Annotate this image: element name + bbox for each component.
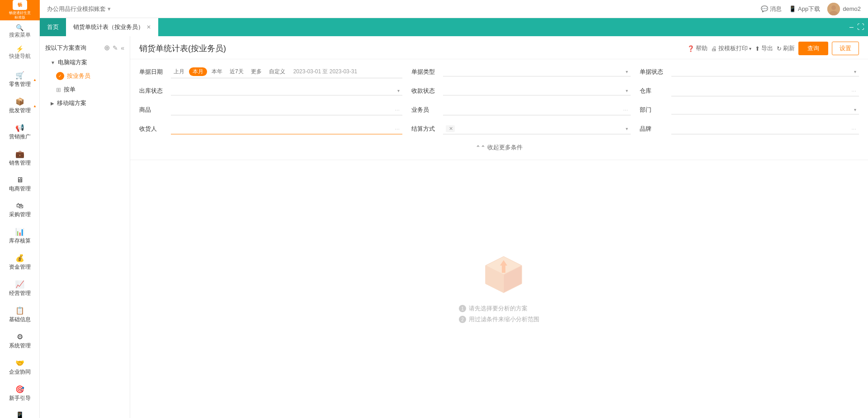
tip-num-2: 2 [459,316,466,323]
tab-maximize-icon[interactable]: ⛶ [857,23,864,31]
template-print-btn[interactable]: 🖨 按模板打印 ▾ [711,44,751,52]
refresh-btn[interactable]: ↻ 刷新 [777,44,795,52]
receiver-label: 收货人 [139,125,171,133]
grid-icon: ⊞ [56,86,61,93]
left-panel-action-icons: ⊕ ✎ « [104,43,124,52]
goods-dots[interactable]: ··· [395,106,400,113]
sidebar-item-ecommerce[interactable]: 🖥 电商管理 [0,171,39,197]
tree-item-mobile[interactable]: ▶ 移动端方案 [40,96,130,110]
warehouse-label: 仓库 [640,87,671,95]
pay-status-dropdown[interactable]: ▾ [443,86,631,95]
out-status-arrow: ▾ [397,88,400,93]
sidebar-item-system[interactable]: ⚙ 系统管理 [0,328,39,354]
tab-minimize-icon[interactable]: – [849,23,854,31]
breadcrumb[interactable]: 办公用品行业模拟账套 ▾ [47,5,111,13]
date-filter-control: 上月 本月 本年 近7天 更多 自定义 2023-03-01 至 2023-03… [171,66,402,78]
settings-button[interactable]: 设置 [832,42,859,55]
sidebar-item-app[interactable]: 📱 应用中心 [0,407,39,418]
dept-dropdown[interactable]: ▾ [671,105,859,114]
right-panel: 销货单统计表(按业务员) ❓ 帮助 🖨 按模板打印 ▾ ⬆ 导出 [130,36,868,418]
topbar-left: 办公用品行业模拟账套 ▾ [47,5,111,13]
sidebar-item-guide[interactable]: 🎯 新手引导 [0,380,39,407]
pay-status-arrow: ▾ [626,88,628,93]
filter-brand: 品牌 ··· [640,122,859,136]
goods-label: 商品 [139,106,171,114]
edit-scheme-icon[interactable]: ✎ [113,44,118,52]
date-tab-last-month[interactable]: 上月 [171,67,187,76]
filter-goods: 商品 ··· [139,103,402,117]
add-scheme-icon[interactable]: ⊕ [104,43,110,52]
out-status-dropdown[interactable]: ▾ [171,86,402,95]
salesman-input[interactable]: ··· [443,104,631,115]
date-tab-more[interactable]: 更多 [248,67,264,76]
doc-status-dropdown[interactable]: ▾ [671,67,859,76]
logo-sub: 标准版 [9,15,31,20]
receiver-input[interactable]: ··· [171,124,402,134]
salesman-dots[interactable]: ··· [623,106,628,113]
sidebar-item-wholesale[interactable]: 📦 批发管理 [0,93,39,119]
svg-point-1 [831,5,836,10]
tree-item-by-salesman[interactable]: ✓ 按业务员 [40,69,130,83]
tab-sales-report-label: 销货单统计表（按业务员） [73,23,144,31]
breadcrumb-arrow[interactable]: ▾ [108,5,111,12]
sidebar-item-finance[interactable]: 💰 资金管理 [0,249,39,276]
filter-settlement: 结算方式 ✕ ▾ [411,122,631,136]
empty-icon [476,252,522,297]
out-status-label: 出库状态 [139,87,171,95]
filter-row-1: 单据日期 上月 本月 本年 近7天 更多 自定义 2023-03-01 至 20… [139,65,859,79]
quick-nav[interactable]: ⚡ 快捷导航 [0,43,39,63]
help-icon: ❓ [687,45,694,52]
goods-input[interactable]: ··· [171,104,402,115]
sidebar-item-inventory[interactable]: 📊 库存核算 [0,223,39,249]
query-button[interactable]: 查询 [798,42,828,55]
topbar: 办公用品行业模拟账套 ▾ 💬 消息 📱 App下载 [40,0,868,18]
sidebar-item-purchase[interactable]: 🛍 采购管理 [0,197,39,223]
selected-scheme-icon: ✓ [56,72,64,80]
refresh-icon: ↻ [777,45,782,52]
help-btn[interactable]: ❓ 帮助 [687,44,708,52]
date-tabs: 上月 本月 本年 近7天 更多 自定义 [171,67,288,76]
tab-close-icon[interactable]: ✕ [146,24,151,30]
settlement-dropdown[interactable]: ✕ ▾ [443,124,631,134]
brand-dots[interactable]: ··· [851,125,856,132]
warehouse-dots[interactable]: ··· [851,87,856,94]
sidebar-item-retail[interactable]: 🛒 零售管理 [0,66,39,93]
tab-expand-icon[interactable]: – ⛶ [849,23,864,31]
doc-type-dropdown[interactable]: ▾ [443,67,631,76]
tree-item-desktop[interactable]: ▼ 电脑端方案 [40,56,130,69]
date-tab-this-month[interactable]: 本月 [189,67,207,76]
sidebar-item-marketing[interactable]: 📢 营销推广 [0,119,39,145]
avatar [827,3,840,15]
date-tab-custom[interactable]: 自定义 [266,67,288,76]
collapse-arrow-icon: ⌃⌃ [476,144,486,151]
settlement-tag-remove[interactable]: ✕ [449,126,453,132]
date-tab-7days[interactable]: 近7天 [227,67,246,76]
export-btn[interactable]: ⬆ 导出 [755,44,773,52]
user-avatar[interactable]: demo2 [827,3,861,15]
app-download-btn[interactable]: 📱 App下载 [789,5,820,13]
receiver-dots[interactable]: ··· [395,125,400,132]
sidebar-item-collab[interactable]: 🤝 企业协同 [0,354,39,380]
sidebar-item-sales[interactable]: 💼 销售管理 [0,145,39,171]
sidebar-item-operations[interactable]: 📈 经营管理 [0,276,39,302]
app-download-icon: 📱 [789,5,796,12]
tabbar: 首页 销货单统计表（按业务员） ✕ – ⛶ [40,18,868,36]
sidebar-logo[interactable]: 畅 畅捷通好生意 标准版 [0,0,40,20]
search-menu[interactable]: 🔍 搜索菜单 [0,20,39,43]
date-tab-this-year[interactable]: 本年 [209,67,225,76]
collapse-filters-btn[interactable]: ⌃⌃ 收起更多条件 [139,141,859,154]
tab-home[interactable]: 首页 [40,18,66,36]
warehouse-input[interactable]: ··· [671,86,859,96]
pay-status-label: 收款状态 [411,87,443,95]
date-range-display: 2023-03-01 至 2023-03-31 [293,68,357,76]
brand-input[interactable]: ··· [671,124,859,134]
message-btn[interactable]: 💬 消息 [761,5,782,13]
sidebar-item-basic-info[interactable]: 📋 基础信息 [0,302,39,328]
main-area: 办公用品行业模拟账套 ▾ 💬 消息 📱 App下载 [40,0,868,418]
collapse-panel-icon[interactable]: « [121,44,124,52]
empty-state: 1 请先选择要分析的方案 2 用过滤条件来缩小分析范围 [130,160,868,418]
doc-type-arrow: ▾ [626,69,628,74]
empty-tip-2: 用过滤条件来缩小分析范围 [469,315,539,323]
tree-item-by-order[interactable]: ⊞ 按单 [40,83,130,96]
tab-sales-report[interactable]: 销货单统计表（按业务员） ✕ [66,18,158,36]
